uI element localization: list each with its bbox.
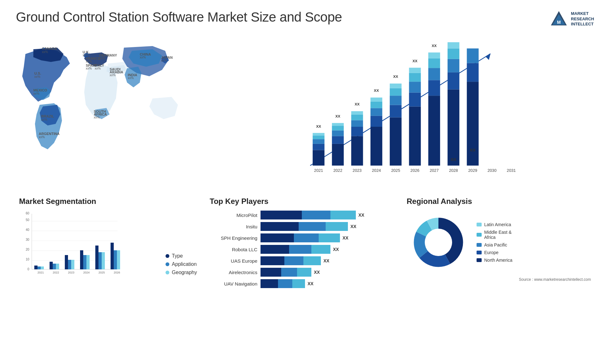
svg-text:xx%: xx%: [99, 57, 105, 60]
svg-rect-59: [409, 82, 421, 92]
svg-rect-120: [111, 243, 114, 269]
player-bar-robota: XX: [261, 245, 394, 254]
svg-text:60: 60: [26, 212, 30, 215]
svg-rect-72: [448, 72, 459, 90]
svg-rect-43: [370, 127, 382, 165]
svg-rect-104: [50, 262, 53, 269]
svg-text:XX: XX: [374, 88, 379, 92]
svg-text:2026: 2026: [410, 168, 419, 173]
svg-text:xx%: xx%: [110, 73, 116, 77]
legend-type-dot: [166, 254, 169, 258]
svg-rect-25: [313, 135, 324, 139]
svg-text:2029: 2029: [468, 168, 477, 173]
svg-text:xx%: xx%: [33, 92, 39, 95]
legend-geography: Geography: [166, 270, 197, 275]
svg-rect-47: [370, 98, 382, 102]
svg-rect-60: [409, 73, 421, 82]
donut-svg: [407, 211, 470, 274]
svg-rect-26: [313, 133, 324, 136]
svg-rect-39: [351, 115, 363, 120]
legend-asia-pacific: Asia Pacific: [477, 242, 512, 247]
player-row-robota: Robota LLC XX: [210, 245, 394, 254]
world-map-svg: CANADA xx% U.S. xx% MEXICO xx% BRAZIL xx…: [16, 35, 200, 181]
chart-section: XX 2021 XX 2022 XX 2023: [207, 35, 594, 187]
svg-text:2024: 2024: [83, 271, 90, 274]
svg-rect-101: [37, 266, 41, 269]
source-text: Source : www.marketresearchintellect.com: [407, 277, 591, 282]
svg-rect-102: [41, 266, 44, 269]
svg-text:xx%: xx%: [140, 56, 146, 59]
svg-rect-79: [467, 49, 478, 63]
svg-rect-33: [332, 123, 344, 126]
svg-rect-75: [448, 42, 459, 49]
svg-rect-65: [428, 80, 440, 96]
svg-rect-113: [83, 255, 86, 269]
player-name-micropilot: MicroPilot: [210, 212, 257, 218]
svg-rect-105: [53, 264, 56, 269]
growth-chart-svg: XX 2021 XX 2022 XX 2023: [213, 41, 588, 184]
svg-text:2026: 2026: [114, 271, 120, 274]
player-row-airelectronics: Airelectronics XX: [210, 268, 394, 277]
player-name-uas: UAS Europe: [210, 258, 257, 264]
svg-rect-37: [351, 127, 363, 136]
player-row-sph: SPH Engineering XX: [210, 233, 394, 242]
player-row-uav: UAV Navigation XX: [210, 279, 394, 288]
svg-rect-66: [428, 68, 440, 80]
svg-rect-73: [448, 59, 459, 72]
legend-type: Type: [166, 253, 197, 259]
svg-marker-21: [486, 54, 491, 60]
player-bar-insitu: XX: [261, 222, 394, 231]
svg-rect-38: [351, 120, 363, 127]
svg-rect-122: [117, 250, 120, 269]
svg-text:2027: 2027: [430, 168, 438, 173]
key-players-section: Top Key Players MicroPilot XX: [207, 194, 397, 348]
svg-rect-110: [71, 260, 74, 269]
svg-text:XX: XX: [432, 44, 437, 48]
svg-rect-53: [390, 88, 402, 96]
svg-text:xx%: xx%: [41, 118, 47, 121]
svg-rect-77: [467, 82, 478, 165]
svg-rect-109: [68, 260, 71, 269]
svg-rect-68: [428, 52, 440, 58]
svg-text:xx%: xx%: [42, 50, 48, 54]
svg-text:xx%: xx%: [161, 59, 167, 62]
players-list: MicroPilot XX Insitu: [210, 211, 394, 288]
svg-text:2021: 2021: [314, 168, 323, 173]
svg-text:2028: 2028: [449, 168, 458, 173]
svg-text:2023: 2023: [68, 271, 74, 274]
svg-text:50: 50: [26, 218, 30, 222]
svg-rect-117: [98, 252, 102, 269]
svg-text:XX: XX: [393, 74, 398, 78]
logo-text: MARKET RESEARCH INTELLECT: [571, 11, 594, 27]
svg-rect-114: [86, 255, 90, 269]
seg-chart: 0 10 20 30 40 50 60: [19, 211, 159, 282]
svg-rect-24: [313, 139, 324, 144]
svg-text:2022: 2022: [53, 271, 59, 274]
latin-america-color: [477, 223, 482, 226]
player-bar-uas: XX: [261, 256, 394, 265]
svg-rect-46: [370, 102, 382, 108]
svg-rect-36: [351, 136, 363, 165]
svg-rect-52: [390, 96, 402, 105]
player-bar-sph: XX: [261, 233, 394, 242]
regional-section: Regional Analysis: [403, 194, 594, 348]
svg-text:30: 30: [26, 238, 30, 241]
svg-text:xx%: xx%: [86, 60, 92, 63]
segmentation-section: Market Segmentation 0 10 20 30 40: [16, 194, 200, 285]
seg-legend: Type Application Geography: [166, 253, 197, 282]
player-name-uav: UAV Navigation: [210, 281, 257, 286]
map-section: CANADA xx% U.S. xx% MEXICO xx% BRAZIL xx…: [16, 35, 200, 187]
legend-application-dot: [166, 262, 169, 266]
key-players-title: Top Key Players: [210, 197, 394, 206]
svg-text:XX: XX: [451, 157, 457, 162]
legend-latin-america: Latin America: [477, 222, 512, 227]
svg-rect-45: [370, 108, 382, 116]
middle-east-color: [477, 233, 482, 237]
svg-text:2024: 2024: [372, 168, 381, 173]
svg-rect-78: [467, 63, 478, 82]
svg-text:XX: XX: [336, 114, 341, 118]
svg-text:2023: 2023: [353, 168, 362, 173]
svg-text:xx%: xx%: [95, 67, 101, 70]
svg-rect-58: [409, 92, 421, 106]
donut-chart: [407, 211, 470, 274]
